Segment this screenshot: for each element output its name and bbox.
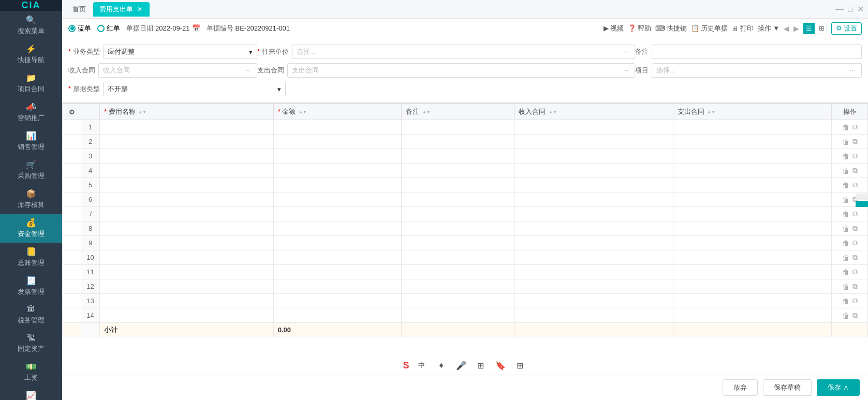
sidebar-item-tax[interactable]: 🏛 税务管理 — [0, 301, 62, 329]
copy-row-icon[interactable]: ⧉ — [852, 166, 858, 175]
help-btn[interactable]: ❓ 帮助 — [628, 24, 651, 33]
row-amount[interactable] — [273, 149, 402, 164]
row-remark[interactable] — [402, 207, 514, 221]
project-dots[interactable]: ··· — [848, 67, 857, 74]
row-expense-name[interactable] — [100, 294, 274, 308]
history-btn[interactable]: 📋 历史单据 — [691, 24, 728, 33]
row-amount[interactable] — [273, 265, 402, 279]
row-income-contract[interactable] — [514, 207, 673, 221]
row-expense-name[interactable] — [100, 236, 274, 250]
row-remark[interactable] — [402, 265, 514, 279]
row-expense-name[interactable] — [100, 207, 274, 221]
row-income-contract[interactable] — [514, 164, 673, 178]
row-income-contract[interactable] — [514, 221, 673, 236]
tab-expense[interactable]: 费用支出单 ✕ — [93, 2, 150, 17]
row-amount[interactable] — [273, 279, 402, 294]
copy-row-icon[interactable]: ⧉ — [852, 181, 858, 189]
bottom-icon-zh[interactable]: 中 — [415, 358, 429, 373]
sidebar-item-purchase[interactable]: 🛒 采购管理 — [0, 156, 62, 185]
row-amount[interactable] — [273, 192, 402, 207]
delete-row-icon[interactable]: 🗑 — [842, 167, 849, 175]
settings-button[interactable]: ⚙ 设置 — [831, 22, 862, 35]
copy-row-icon[interactable]: ⧉ — [852, 268, 858, 276]
delete-row-icon[interactable]: 🗑 — [842, 210, 849, 218]
row-expense-name[interactable] — [100, 250, 274, 265]
row-income-contract[interactable] — [514, 149, 673, 164]
row-amount[interactable] — [273, 178, 402, 192]
sidebar-item-asset[interactable]: 🏗 固定资产 — [0, 329, 62, 358]
row-expense-name[interactable] — [100, 221, 274, 236]
copy-row-icon[interactable]: ⧉ — [852, 210, 858, 218]
row-expense-contract[interactable] — [673, 120, 831, 135]
row-remark[interactable] — [402, 279, 514, 294]
nav-prev-icon[interactable]: ◀ — [784, 24, 789, 33]
row-expense-contract[interactable] — [673, 308, 831, 323]
right-float-msg[interactable]: 消 — [856, 201, 868, 207]
copy-row-icon[interactable]: ⧉ — [852, 152, 858, 160]
row-amount[interactable] — [273, 308, 402, 323]
tab-home[interactable]: 首页 — [66, 2, 92, 17]
row-remark[interactable] — [402, 294, 514, 308]
sort-remark[interactable]: ▲▼ — [422, 110, 431, 114]
view-grid-btn[interactable]: ⊞ — [816, 23, 827, 34]
row-expense-contract[interactable] — [673, 294, 831, 308]
row-expense-name[interactable] — [100, 149, 274, 164]
row-expense-contract[interactable] — [673, 250, 831, 265]
sidebar-item-inventory[interactable]: 📦 库存核算 — [0, 185, 62, 214]
row-income-contract[interactable] — [514, 120, 673, 135]
date-value[interactable]: 2022-09-21 — [155, 24, 190, 32]
row-income-contract[interactable] — [514, 308, 673, 323]
delete-row-icon[interactable]: 🗑 — [842, 312, 849, 320]
delete-row-icon[interactable]: 🗑 — [842, 152, 849, 160]
nav-next-icon[interactable]: ▶ — [793, 24, 799, 33]
row-expense-contract[interactable] — [673, 279, 831, 294]
sidebar-item-invoice[interactable]: 🧾 发票管理 — [0, 272, 62, 301]
row-remark[interactable] — [402, 120, 514, 135]
row-expense-name[interactable] — [100, 279, 274, 294]
row-income-contract[interactable] — [514, 279, 673, 294]
copy-row-icon[interactable]: ⧉ — [852, 282, 858, 291]
sidebar-item-project[interactable]: 📁 项目合同 — [0, 69, 62, 98]
row-remark[interactable] — [402, 164, 514, 178]
shortcut-btn[interactable]: ⌨ 快捷键 — [655, 24, 687, 33]
copy-row-icon[interactable]: ⧉ — [852, 123, 858, 131]
row-amount[interactable] — [273, 135, 402, 149]
delete-row-icon[interactable]: 🗑 — [842, 268, 849, 276]
delete-row-icon[interactable]: 🗑 — [842, 181, 849, 189]
row-remark[interactable] — [402, 236, 514, 250]
close-button[interactable]: ✕ — [857, 4, 864, 14]
income-contract-dots[interactable]: ··· — [243, 67, 253, 74]
row-amount[interactable] — [273, 164, 402, 178]
row-amount[interactable] — [273, 120, 402, 135]
row-income-contract[interactable] — [514, 250, 673, 265]
sort-expense[interactable]: ▲▼ — [707, 110, 715, 114]
row-expense-contract[interactable] — [673, 164, 831, 178]
row-remark[interactable] — [402, 308, 514, 323]
copy-row-icon[interactable]: ⧉ — [852, 239, 858, 247]
row-expense-name[interactable] — [100, 135, 274, 149]
row-remark[interactable] — [402, 178, 514, 192]
row-income-contract[interactable] — [514, 294, 673, 308]
copy-row-icon[interactable]: ⧉ — [852, 297, 858, 305]
delete-row-icon[interactable]: 🗑 — [842, 297, 849, 305]
row-amount[interactable] — [273, 207, 402, 221]
row-remark[interactable] — [402, 135, 514, 149]
bottom-icon-diamond[interactable]: ♦ — [434, 358, 449, 373]
row-remark[interactable] — [402, 221, 514, 236]
video-btn[interactable]: ▶ 视频 — [604, 24, 624, 33]
save-draft-button[interactable]: 保存草稿 — [763, 379, 812, 396]
print-btn[interactable]: 🖨 打印 — [732, 24, 754, 33]
bottom-icon-bookmark[interactable]: 🔖 — [493, 358, 508, 373]
delete-row-icon[interactable]: 🗑 — [842, 123, 849, 131]
save-button[interactable]: 保存 ∧ — [817, 379, 860, 396]
row-expense-name[interactable] — [100, 120, 274, 135]
expense-contract-select[interactable]: 支出合同 ··· — [287, 63, 635, 78]
sidebar-item-operation[interactable]: 📈 经营管理 — [0, 387, 62, 400]
maximize-button[interactable]: □ — [848, 5, 853, 14]
sidebar-item-capital[interactable]: 💰 资金管理 — [0, 214, 62, 243]
table-col-settings[interactable]: ⚙ — [63, 104, 81, 120]
copy-row-icon[interactable]: ⧉ — [852, 137, 858, 146]
row-expense-contract[interactable] — [673, 207, 831, 221]
radio-red[interactable]: 红单 — [97, 24, 120, 33]
row-expense-contract[interactable] — [673, 135, 831, 149]
